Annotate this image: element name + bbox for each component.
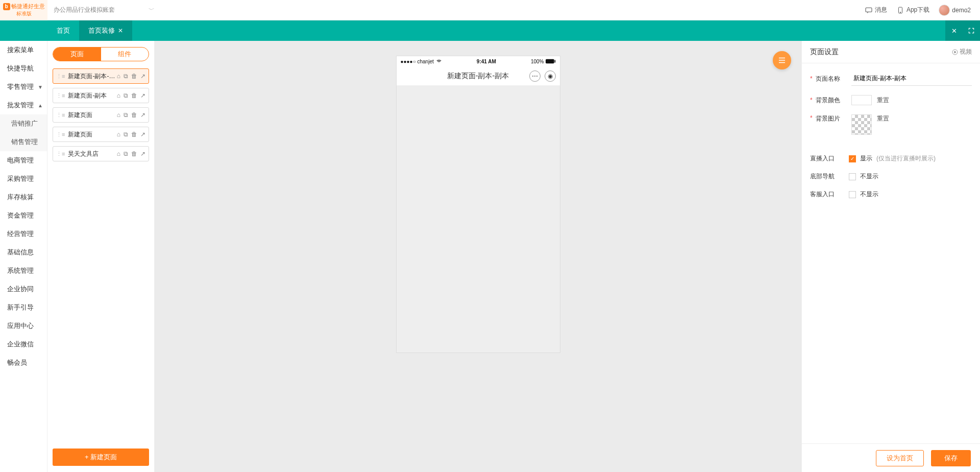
nav-inventory[interactable]: 库存核算 bbox=[0, 188, 47, 206]
home-icon[interactable]: ⌂ bbox=[117, 111, 120, 119]
home-icon[interactable]: ⌂ bbox=[117, 73, 120, 80]
delete-icon[interactable]: 🗑 bbox=[131, 131, 137, 138]
home-icon[interactable]: ⌂ bbox=[117, 131, 120, 138]
top-actions: 消息 App下载 demo2 bbox=[865, 5, 980, 16]
nav-system[interactable]: 系统管理 bbox=[0, 262, 47, 280]
nav-wholesale[interactable]: 批发管理▲ bbox=[0, 96, 47, 114]
home-icon[interactable]: ⌂ bbox=[117, 92, 120, 99]
nav-search-menu[interactable]: 搜索菜单 bbox=[0, 41, 47, 59]
bg-image-picker[interactable] bbox=[851, 114, 872, 135]
required-mark: * bbox=[810, 97, 813, 104]
svg-point-2 bbox=[900, 12, 900, 12]
copy-icon[interactable]: ⧉ bbox=[124, 111, 128, 119]
tab-page-decoration[interactable]: 首页装修 ✕ bbox=[79, 20, 132, 41]
signal-label: ●●●●○ chanjet bbox=[401, 59, 434, 64]
phone-body[interactable] bbox=[397, 86, 560, 352]
save-button[interactable]: 保存 bbox=[931, 450, 971, 466]
drag-icon: ⋮≡ bbox=[56, 151, 65, 157]
drag-icon: ⋮≡ bbox=[56, 73, 65, 80]
nav-ecommerce[interactable]: 电商管理 bbox=[0, 151, 47, 170]
video-help-button[interactable]: 视频 bbox=[952, 48, 972, 56]
more-icon[interactable]: ⋯ bbox=[529, 70, 541, 82]
left-nav: 搜索菜单 快捷导航 零售管理▼ 批发管理▲ 营销推广 销售管理 电商管理 采购管… bbox=[0, 41, 47, 472]
delete-icon[interactable]: 🗑 bbox=[131, 150, 137, 157]
share-icon[interactable]: ↗ bbox=[140, 131, 145, 138]
nav-operation[interactable]: 经营管理 bbox=[0, 225, 47, 243]
logo[interactable]: b 畅捷通好生意 标准版 bbox=[0, 0, 47, 20]
user-menu[interactable]: demo2 bbox=[939, 5, 971, 16]
panel-tab-component[interactable]: 组件 bbox=[101, 48, 149, 61]
share-icon[interactable]: ↗ bbox=[140, 92, 145, 99]
avatar-icon bbox=[939, 5, 950, 16]
messages-label: 消息 bbox=[875, 6, 887, 14]
label-service: 客服入口 bbox=[810, 190, 849, 199]
panel-tab-page[interactable]: 页面 bbox=[53, 48, 101, 61]
tab-home[interactable]: 首页 bbox=[47, 20, 79, 41]
share-icon[interactable]: ↗ bbox=[140, 150, 145, 157]
share-icon[interactable]: ↗ bbox=[140, 73, 145, 80]
home-icon[interactable]: ⌂ bbox=[117, 150, 120, 157]
messages-button[interactable]: 消息 bbox=[865, 6, 887, 14]
nav-basic-info[interactable]: 基础信息 bbox=[0, 243, 47, 262]
nav-guide[interactable]: 新手引导 bbox=[0, 298, 47, 317]
fullscreen-button[interactable] bbox=[963, 20, 980, 41]
nav-marketing[interactable]: 营销推广 bbox=[0, 114, 47, 133]
delete-icon[interactable]: 🗑 bbox=[131, 111, 137, 119]
chat-icon bbox=[865, 6, 873, 14]
copy-icon[interactable]: ⧉ bbox=[124, 131, 128, 138]
battery-icon bbox=[546, 59, 556, 64]
live-hint: (仅当进行直播时展示) bbox=[876, 154, 936, 163]
page-row[interactable]: ⋮≡ 新建页面-副本 ⌂⧉🗑↗ bbox=[53, 88, 149, 103]
bg-color-swatch[interactable] bbox=[851, 95, 872, 105]
nav-sales[interactable]: 销售管理 bbox=[0, 133, 47, 151]
field-bg-image: * 背景图片 重置 bbox=[810, 114, 972, 135]
nav-quick[interactable]: 快捷导航 bbox=[0, 59, 47, 78]
download-label: App下载 bbox=[906, 6, 929, 14]
logo-text: 畅捷通好生意 bbox=[11, 3, 45, 10]
bottom-nav-checkbox[interactable] bbox=[849, 173, 856, 180]
tab-bar: 首页 首页装修 ✕ ✕ bbox=[0, 20, 980, 41]
reset-bgcolor-button[interactable]: 重置 bbox=[877, 96, 889, 105]
page-name-input[interactable] bbox=[851, 72, 972, 86]
field-bg-color: * 背景颜色 重置 bbox=[810, 95, 972, 105]
delete-icon[interactable]: 🗑 bbox=[131, 92, 137, 99]
nav-purchase[interactable]: 采购管理 bbox=[0, 170, 47, 188]
nav-collab[interactable]: 企业协同 bbox=[0, 280, 47, 298]
close-icon[interactable]: ✕ bbox=[118, 27, 123, 34]
nav-member[interactable]: 畅会员 bbox=[0, 353, 47, 372]
account-select[interactable]: 办公用品行业模拟账套 ﹀ bbox=[47, 0, 160, 20]
status-time: 9:41 AM bbox=[442, 59, 531, 64]
reset-bgimg-button[interactable]: 重置 bbox=[877, 114, 889, 123]
copy-icon[interactable]: ⧉ bbox=[124, 92, 128, 99]
close-all-tabs-button[interactable]: ✕ bbox=[945, 20, 963, 41]
service-checkbox[interactable] bbox=[849, 191, 856, 198]
nav-finance[interactable]: 资金管理 bbox=[0, 206, 47, 225]
field-live-entry: 直播入口 ✓ 显示 (仅当进行直播时展示) bbox=[810, 154, 972, 163]
svg-rect-0 bbox=[866, 8, 872, 12]
username: demo2 bbox=[952, 7, 971, 14]
phone-statusbar: ●●●●○ chanjet 9:41 AM 100% bbox=[397, 56, 560, 66]
copy-icon[interactable]: ⧉ bbox=[124, 73, 128, 80]
new-page-button[interactable]: + 新建页面 bbox=[53, 449, 149, 466]
svg-rect-4 bbox=[554, 60, 555, 63]
page-row[interactable]: ⋮≡ 昊天文具店 ⌂⧉🗑↗ bbox=[53, 146, 149, 161]
page-row[interactable]: ⋮≡ 新建页面-副本-副本 ⌂ ⧉ 🗑 ↗ bbox=[53, 68, 149, 84]
nav-wholesale-sub: 营销推广 销售管理 bbox=[0, 114, 47, 151]
page-name: 新建页面 bbox=[68, 111, 116, 120]
app-download-button[interactable]: App下载 bbox=[896, 6, 929, 14]
live-checkbox[interactable]: ✓ bbox=[849, 155, 856, 162]
battery-label: 100% bbox=[531, 59, 544, 64]
menu-fab[interactable] bbox=[773, 51, 791, 69]
logo-mark-icon: b bbox=[3, 3, 10, 10]
page-row[interactable]: ⋮≡ 新建页面 ⌂⧉🗑↗ bbox=[53, 127, 149, 142]
copy-icon[interactable]: ⧉ bbox=[124, 150, 128, 157]
nav-wechat-work[interactable]: 企业微信 bbox=[0, 335, 47, 353]
delete-icon[interactable]: 🗑 bbox=[131, 73, 137, 80]
share-icon[interactable]: ↗ bbox=[140, 111, 145, 119]
live-show-label: 显示 bbox=[860, 154, 872, 163]
page-row[interactable]: ⋮≡ 新建页面 ⌂⧉🗑↗ bbox=[53, 107, 149, 123]
set-home-button[interactable]: 设为首页 bbox=[876, 450, 924, 466]
nav-retail[interactable]: 零售管理▼ bbox=[0, 78, 47, 96]
target-icon[interactable]: ◉ bbox=[545, 70, 556, 82]
nav-app-center[interactable]: 应用中心 bbox=[0, 317, 47, 335]
